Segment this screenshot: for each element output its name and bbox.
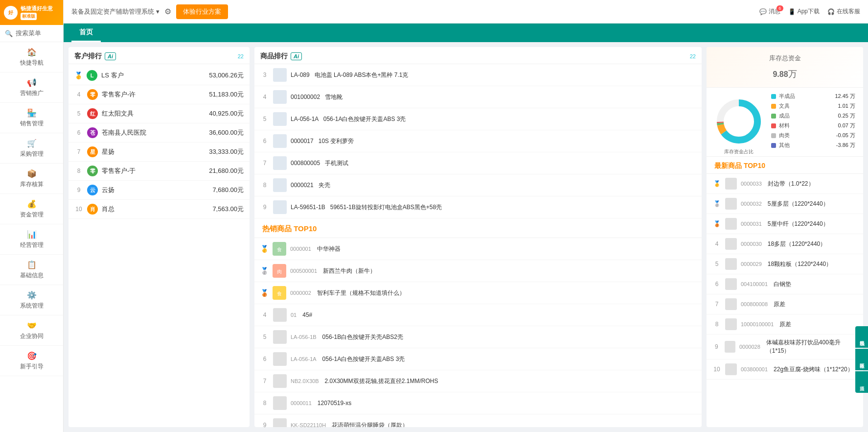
rank-number: 7 xyxy=(74,148,83,155)
latest-product-item: 4 0000030 18多层（1220*2440） xyxy=(707,234,863,254)
customer-name: 零售客户-于 xyxy=(102,167,205,175)
hot-product-name: 中华神器 xyxy=(317,245,341,253)
tab-home[interactable]: 首页 xyxy=(71,24,101,42)
product-rank-num: 8 xyxy=(260,182,269,189)
product-image: 食 xyxy=(273,286,286,300)
customer-service-btn[interactable]: 客服热线 xyxy=(855,326,868,348)
latest-product-item: 8 10000100001 原差 xyxy=(707,314,863,335)
notifications-btn[interactable]: 💬 消息 6 xyxy=(759,7,780,16)
product-ranking-count: 22 xyxy=(690,53,696,59)
lp-code: 0000032 xyxy=(741,201,762,207)
rank-badge: 肖 xyxy=(87,204,98,215)
sidebar-item-guide[interactable]: 🎯 新手引导 xyxy=(0,346,63,376)
inventory-title: 库存总资金 xyxy=(714,54,855,63)
system-title-dropdown[interactable]: 装备及固定资产辅助管理系统 ▾ xyxy=(71,7,160,16)
product-image xyxy=(725,218,737,230)
sidebar-item-basic[interactable]: 📋 基础信息 xyxy=(0,255,63,285)
product-rank-item: 4 001000002 雪地靴 xyxy=(254,86,702,108)
main-wrap: 装备及固定资产辅助管理系统 ▾ ⚙ 体验行业方案 💬 消息 6 📱 App下载 … xyxy=(64,0,868,432)
sidebar-item-enterprise[interactable]: 🤝 企业协同 xyxy=(0,315,63,346)
product-code-name: LA-59651-1B 59651-1B旋转投影灯电池盒ABS黑色+58壳 xyxy=(291,204,442,211)
product-code-name: 0000017 10S 变利萝旁 xyxy=(291,138,354,144)
hot-product-name: 智利车子里（规格不知道填什么） xyxy=(317,289,405,297)
online-service-btn[interactable]: 🎧 在线客服 xyxy=(827,7,860,16)
lp-code: 0000030 xyxy=(741,241,762,247)
hot-product-code: LA-056-1A xyxy=(291,356,317,362)
app-download-btn[interactable]: 📱 App下载 xyxy=(788,7,820,16)
inventory-unit: 万 xyxy=(788,69,797,79)
rank-number: 9 xyxy=(712,343,721,350)
rank-badge: L xyxy=(87,70,97,81)
legend-item: 文具 1.01 万 xyxy=(771,102,855,110)
customer-rank-item: 9 云 云扬 7,680.00元 xyxy=(69,181,250,200)
latest-title-suffix: TOP10 xyxy=(742,162,765,169)
hot-product-item: 6 LA-056-1A 056-1A白色按键开关盖ABS 3壳 xyxy=(254,348,702,370)
hot-products-title: 热销商品 xyxy=(262,224,292,233)
lp-code: 0000033 xyxy=(741,181,762,187)
hot-product-name: 056-1A白色按键开关盖ABS 3壳 xyxy=(322,355,405,363)
sidebar-item-label: 经营管理 xyxy=(20,241,44,249)
product-code-name: 001000002 雪地靴 xyxy=(291,94,343,100)
sidebar-item-sales[interactable]: 🏪 销售管理 xyxy=(0,103,63,133)
latest-product-item: 🥈 0000032 5厘多层（1220*2440） xyxy=(707,194,863,214)
product-image xyxy=(273,396,287,410)
sidebar-search[interactable]: 🔍 搜索菜单 xyxy=(0,25,63,42)
hot-product-item: 4 01 45# xyxy=(254,304,702,326)
hot-product-item: 8 0000011 12070519-xs xyxy=(254,392,702,414)
hot-product-item: 🥉 食 0000002 智利车子里（规格不知道填什么） xyxy=(254,282,702,304)
headset-icon: 🎧 xyxy=(827,8,835,15)
hot-products-header: 热销商品 TOP10 xyxy=(254,218,702,238)
product-image xyxy=(725,318,737,330)
hot-product-name: 45# xyxy=(302,312,312,318)
sidebar-item-inventory[interactable]: 📦 库存核算 xyxy=(0,164,63,194)
lp-code: 0000031 xyxy=(741,221,762,227)
product-info: LA-056-1A 056-1A白色按键开关盖ABS 3壳 xyxy=(291,115,696,123)
notifications-badge: 6 xyxy=(777,5,783,11)
rank-number: 8 xyxy=(74,168,83,174)
product-rank-num: 3 xyxy=(260,72,269,78)
trophy-icon: 🥇 xyxy=(74,72,83,79)
hot-products-suffix: TOP10 xyxy=(292,224,317,233)
hot-product-name: 花语萌恒温分腿睡袋（厚款） xyxy=(332,421,408,428)
sidebar-item-purchase[interactable]: 🛒 采购管理 xyxy=(0,133,63,164)
lp-code: 003800001 xyxy=(741,366,768,372)
legend-item: 肉类 -0.05 万 xyxy=(771,132,855,139)
customer-rank-item: 5 红 红太阳文具 40,925.00元 xyxy=(69,104,250,123)
try-button[interactable]: 体验行业方案 xyxy=(176,4,228,19)
legend-value: 12.45 万 xyxy=(835,93,855,100)
rank-number: 5 xyxy=(712,261,721,267)
hot-product-code: 000500001 xyxy=(290,268,317,274)
latest-products-header: 最新商品 TOP10 xyxy=(707,157,863,174)
rank-number: 4 xyxy=(260,312,269,318)
service-community-btn[interactable]: 服务社区 xyxy=(855,349,868,370)
rank-badge: 红 xyxy=(87,108,98,119)
right-panel-inner: 库存总资金 9.88万 xyxy=(707,47,863,427)
hot-product-item: 9 KK-SD22110H 花语萌恒温分腿睡袋（厚款） xyxy=(254,414,702,427)
lp-name: 原差 xyxy=(779,320,791,329)
product-image: 食 xyxy=(273,242,286,256)
customer-amount: 53,006.26元 xyxy=(209,71,244,80)
sidebar-item-system[interactable]: ⚙️ 系统管理 xyxy=(0,285,63,315)
product-ranking-list: 3 LA-089 电池盖 LA-089 ABS本色+黑种 7.1克 4 0010… xyxy=(254,64,702,218)
sidebar-item-finance[interactable]: 💰 资金管理 xyxy=(0,194,63,224)
rank-number: 7 xyxy=(712,301,721,308)
chevron-down-icon: ▾ xyxy=(156,8,160,15)
mobile-icon: 📱 xyxy=(788,8,796,15)
settings-icon[interactable]: ⚙ xyxy=(164,7,171,16)
lp-code: 0000028 xyxy=(739,344,760,350)
hot-product-item: 🥇 食 0000001 中华神器 xyxy=(254,238,702,260)
sidebar-item-operations[interactable]: 📊 经营管理 xyxy=(0,224,63,255)
sidebar-item-marketing[interactable]: 📢 营销推广 xyxy=(0,72,63,103)
svg-text:肉: 肉 xyxy=(277,269,282,274)
product-rank-num: 6 xyxy=(260,138,269,144)
sidebar-item-quick-nav[interactable]: 🏠 快捷导航 xyxy=(0,42,63,72)
legend-value: 0.07 万 xyxy=(838,122,855,129)
logo-text: 畅捷通好生意 xyxy=(21,5,53,12)
product-image xyxy=(273,200,287,214)
sidebar-item-label: 基础信息 xyxy=(20,271,44,280)
livestream-btn[interactable]: 直播 xyxy=(855,371,868,393)
svg-text:食: 食 xyxy=(277,247,282,252)
legend-color-dot xyxy=(771,94,776,99)
legend-color-dot xyxy=(771,133,776,138)
rank-number: 8 xyxy=(712,321,721,328)
